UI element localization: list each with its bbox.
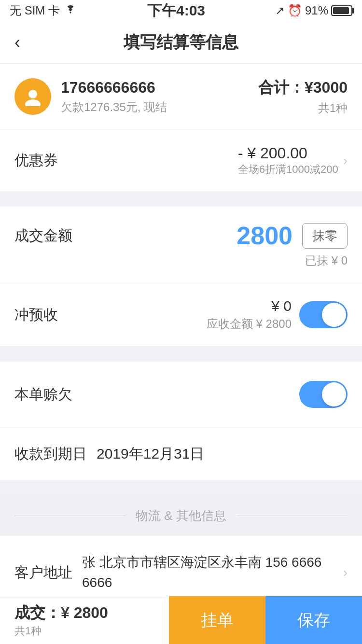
prepay-label: 冲预收 [14,305,58,325]
status-time: 下午4:03 [147,1,205,21]
page-title: 填写结算等信息 [124,31,238,54]
amount-label: 成交金额 [14,226,72,246]
prepay-row: 冲预收 ¥ 0 应收金额 ¥ 2800 [0,283,362,346]
divider-text: 物流 & 其他信息 [136,507,226,524]
coupon-desc: 全场6折满1000减200 [238,162,338,177]
prepay-sub: 应收金额 ¥ 2800 [207,316,292,332]
due-date-value: 2019年12月31日 [97,444,204,464]
user-totals: 合计：¥3000 共1种 [258,77,348,116]
total-count: 共1种 [258,100,348,116]
separator-2 [0,354,362,362]
status-right: ↗ ⏰ 91% [275,4,352,17]
bottom-deal-label: 成交： [14,604,61,621]
status-left: 无 SIM 卡 [10,3,77,18]
battery-percent: 91% [305,4,328,17]
arrears-label: 本单赊欠 [14,385,72,405]
prepay-right: ¥ 0 应收金额 ¥ 2800 [207,298,348,332]
prepay-amount: ¥ 0 [207,298,292,314]
amount-value: 2800 [237,221,292,250]
user-subtext: 欠款1276.35元, 现结 [61,99,167,115]
amount-section: 成交金额 2800 抹零 已抹 ¥ 0 冲预收 ¥ 0 应收金额 ¥ 2800 [0,207,362,346]
status-bar: 无 SIM 卡 下午4:03 ↗ ⏰ 91% [0,0,362,21]
due-date-label: 收款到期日 [14,444,87,464]
user-details: 17666666666 欠款1276.35元, 现结 [61,79,167,115]
amount-row: 成交金额 2800 抹零 [14,221,348,250]
divider-line-right [236,516,348,516]
chevron-right-icon: › [343,153,348,168]
avatar [14,78,51,115]
divider-line-left [14,516,126,516]
address-label: 客户地址 [14,563,72,583]
separator-3 [0,488,362,496]
amount-sub: 已抹 ¥ 0 [14,253,348,268]
user-left: 17666666666 欠款1276.35元, 现结 [14,78,167,115]
coupon-row[interactable]: 优惠券 - ¥ 200.00 全场6折满1000减200 › [0,129,362,191]
separator-1 [0,199,362,207]
coupon-discount: - ¥ 200.00 [238,144,338,162]
bottom-deal-amount: ¥ 2800 [61,604,108,621]
arrears-row: 本单赊欠 [0,362,362,427]
battery-icon [331,5,352,16]
user-phone: 17666666666 [61,79,167,97]
location-icon: ↗ [275,4,285,17]
arrears-toggle-knob [322,382,346,406]
bottom-bar: 成交：¥ 2800 共1种 挂单 保存 [0,596,362,644]
svg-point-1 [25,99,41,106]
due-date-row: 收款到期日 2019年12月31日 [0,427,362,480]
back-button[interactable]: ‹ [14,32,20,53]
arrears-section: 本单赊欠 收款到期日 2019年12月31日 [0,362,362,480]
amount-row-container: 成交金额 2800 抹零 已抹 ¥ 0 [0,207,362,283]
bottom-count: 共1种 [14,624,154,638]
prepay-toggle[interactable] [299,301,348,328]
nav-bar: ‹ 填写结算等信息 [0,21,362,64]
user-info-row: 17666666666 欠款1276.35元, 现结 合计：¥3000 共1种 [0,64,362,129]
address-chevron-icon: › [343,565,348,580]
wifi-icon [64,4,77,17]
arrears-toggle[interactable] [299,381,348,408]
address-value: 张 北京市市辖区海淀区永丰南 156 6666 6666 [82,552,343,593]
toggle-knob [322,303,346,327]
alarm-icon: ⏰ [288,4,302,17]
coupon-right: - ¥ 200.00 全场6折满1000减200 › [238,144,348,177]
round-button[interactable]: 抹零 [302,223,348,249]
bottom-deal: 成交：¥ 2800 [14,602,154,624]
bottom-summary: 成交：¥ 2800 共1种 [0,602,169,638]
save-button[interactable]: 保存 [265,596,362,644]
total-amount: 合计：¥3000 [258,77,348,98]
coupon-label: 优惠券 [14,151,58,170]
amount-right: 2800 抹零 [237,221,348,250]
svg-point-0 [28,90,37,98]
section-divider: 物流 & 其他信息 [0,496,362,536]
prepay-values: ¥ 0 应收金额 ¥ 2800 [207,298,292,332]
user-info-section: 17666666666 欠款1276.35元, 现结 合计：¥3000 共1种 … [0,64,362,191]
hang-button[interactable]: 挂单 [169,596,265,644]
carrier-label: 无 SIM 卡 [10,3,60,18]
